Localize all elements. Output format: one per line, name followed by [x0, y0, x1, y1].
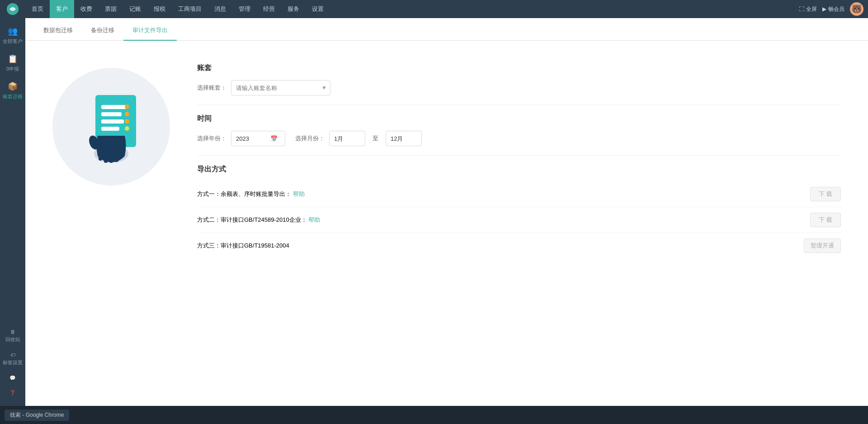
month-label: 选择月份：	[295, 134, 325, 143]
nav-accounting[interactable]: 记账	[123, 0, 147, 18]
nav-manage[interactable]: 管理	[232, 0, 257, 18]
nav-business[interactable]: 工商项目	[172, 0, 208, 18]
export-section-title: 导出方式	[197, 165, 841, 174]
nav-messages[interactable]: 消息	[208, 0, 232, 18]
section-divider-2	[197, 155, 841, 156]
content-area: 数据包迁移 备份迁移 审计文件导出	[25, 18, 868, 406]
month-to-separator: 至	[373, 134, 378, 143]
taskbar: 线索 - Google Chrome	[0, 406, 868, 424]
nav-home[interactable]: 首页	[25, 0, 50, 18]
sidebar-recycle-label: 回收站	[5, 336, 20, 343]
sidebar-item-help[interactable]: ❓	[0, 386, 25, 400]
account-section-title: 账套	[197, 63, 841, 73]
chat-icon: 💬	[9, 375, 16, 381]
svg-point-8	[125, 119, 129, 124]
nav-customers[interactable]: 客户	[50, 0, 74, 18]
export-method-1-text: 方式一：余额表、序时账批量导出：	[197, 191, 291, 197]
sidebar-item-recycle[interactable]: 🗑 回收站	[0, 324, 25, 348]
account-input[interactable]	[231, 80, 330, 95]
fullscreen-label: 全屏	[806, 5, 817, 13]
fullscreen-icon: ⛶	[799, 6, 804, 12]
sidebar-item-zero-declaration[interactable]: 📋 0申报	[0, 49, 25, 77]
sidebar-bottom: 🗑 回收站 🏷 标签设置 💬 ❓	[0, 324, 25, 406]
nav-tax[interactable]: 报税	[147, 0, 172, 18]
page-content: 账套 选择账套： ▼ 时间 选择年份： 📅	[25, 41, 868, 406]
svg-rect-14	[109, 153, 113, 163]
month-from-wrapper: 1月2月3月4月 5月6月7月8月 9月10月11月12月	[329, 131, 365, 146]
svg-rect-3	[101, 112, 122, 116]
tab-bar: 数据包迁移 备份迁移 审计文件导出	[25, 18, 868, 41]
nav-invoices[interactable]: 票据	[99, 0, 123, 18]
form-area: 账套 选择账套： ▼ 时间 选择年份： 📅	[197, 59, 841, 388]
sidebar-zero-declaration-label: 0申报	[6, 66, 19, 72]
account-select-wrapper: ▼	[231, 80, 330, 95]
label-settings-icon: 🏷	[10, 352, 15, 357]
svg-point-7	[125, 112, 129, 116]
fullscreen-button[interactable]: ⛶ 全屏	[799, 5, 817, 13]
month-from-select[interactable]: 1月2月3月4月 5月6月7月8月 9月10月11月12月	[329, 131, 365, 146]
top-nav-right: ⛶ 全屏 ▶ 畅会员 🐻	[799, 2, 863, 16]
section-divider-1	[197, 105, 841, 105]
video-icon: ▶	[822, 6, 826, 12]
nav-fees[interactable]: 收费	[74, 0, 99, 18]
tab-backup-migration[interactable]: 备份迁移	[82, 21, 123, 41]
sidebar: 👥 全部客户 📋 0申报 📦 账套迁移 🗑 回收站 🏷 标签设置 💬 ❓	[0, 18, 25, 406]
sidebar-item-all-customers[interactable]: 👥 全部客户	[0, 22, 25, 49]
recycle-icon: 🗑	[10, 329, 15, 334]
export-method-3-open-button[interactable]: 暂缓开通	[804, 238, 841, 253]
account-row: 选择账套： ▼	[197, 80, 841, 95]
export-method-1-help[interactable]: 帮助	[293, 191, 305, 197]
sidebar-item-label-settings[interactable]: 🏷 标签设置	[0, 348, 25, 371]
nav-settings[interactable]: 设置	[306, 0, 330, 18]
export-method-2-download-button[interactable]: 下 载	[810, 213, 841, 227]
svg-rect-4	[101, 119, 124, 124]
sidebar-item-account-migration[interactable]: 📦 账套迁移	[0, 77, 25, 105]
membership-button[interactable]: ▶ 畅会员	[822, 5, 844, 13]
svg-rect-15	[115, 153, 118, 162]
svg-rect-13	[104, 153, 108, 163]
nav-operation[interactable]: 经营	[257, 0, 281, 18]
export-method-2-help[interactable]: 帮助	[308, 216, 320, 223]
export-method-3: 方式三：审计接口GB/T19581-2004 暂缓开通	[197, 233, 841, 258]
sidebar-account-migration-label: 账套迁移	[3, 93, 23, 100]
tab-data-migration[interactable]: 数据包迁移	[34, 21, 82, 41]
year-input-wrapper: 📅	[231, 131, 285, 146]
help-icon: ❓	[9, 390, 16, 396]
nav-items: 首页 客户 收费 票据 记账 报税 工商项目 消息 管理 经营 服务 设置	[25, 0, 799, 18]
export-method-3-text: 方式三：审计接口GB/T19581-2004	[197, 242, 289, 249]
export-method-2-label: 方式二：审计接口GB/T24589-2010企业： 帮助	[197, 216, 320, 224]
all-customers-icon: 👥	[8, 26, 18, 36]
illustration-circle	[52, 68, 170, 186]
sidebar-item-chat[interactable]: 💬	[0, 371, 25, 386]
export-method-1: 方式一：余额表、序时账批量导出： 帮助 下 载	[197, 181, 841, 207]
app-logo[interactable]	[5, 1, 21, 17]
year-input[interactable]	[236, 135, 268, 142]
month-to-select[interactable]: 1月2月3月4月 5月6月7月8月 9月10月11月12月	[386, 131, 422, 146]
export-method-1-label: 方式一：余额表、序时账批量导出： 帮助	[197, 190, 305, 198]
main-wrapper: 👥 全部客户 📋 0申报 📦 账套迁移 🗑 回收站 🏷 标签设置 💬 ❓	[0, 18, 868, 406]
time-section-title: 时间	[197, 114, 841, 124]
export-method-2-text: 方式二：审计接口GB/T24589-2010企业：	[197, 216, 307, 223]
svg-rect-5	[101, 127, 119, 131]
svg-point-9	[125, 126, 129, 131]
taskbar-chrome-item[interactable]: 线索 - Google Chrome	[5, 410, 69, 421]
tab-audit-export[interactable]: 审计文件导出	[123, 21, 177, 41]
illustration-svg	[71, 81, 152, 172]
illustration-area	[52, 59, 170, 388]
export-method-2: 方式二：审计接口GB/T24589-2010企业： 帮助 下 载	[197, 207, 841, 233]
svg-rect-2	[101, 105, 126, 109]
account-migration-icon: 📦	[8, 81, 18, 91]
account-label: 选择账套：	[197, 84, 226, 92]
svg-point-6	[125, 105, 129, 109]
membership-label: 畅会员	[828, 5, 844, 13]
top-navigation: 首页 客户 收费 票据 记账 报税 工商项目 消息 管理 经营 服务 设置 ⛶ …	[0, 0, 868, 18]
month-to-wrapper: 1月2月3月4月 5月6月7月8月 9月10月11月12月	[386, 131, 422, 146]
export-method-1-download-button[interactable]: 下 载	[810, 187, 841, 201]
user-avatar[interactable]: 🐻	[850, 2, 863, 16]
time-row: 选择年份： 📅 选择月份： 1月2月3月4月 5月6月7月8月 9月10月11月…	[197, 131, 841, 146]
zero-declaration-icon: 📋	[8, 54, 18, 64]
sidebar-label-settings-label: 标签设置	[3, 359, 23, 366]
svg-rect-12	[99, 152, 102, 161]
calendar-icon: 📅	[270, 135, 278, 142]
nav-service[interactable]: 服务	[281, 0, 306, 18]
